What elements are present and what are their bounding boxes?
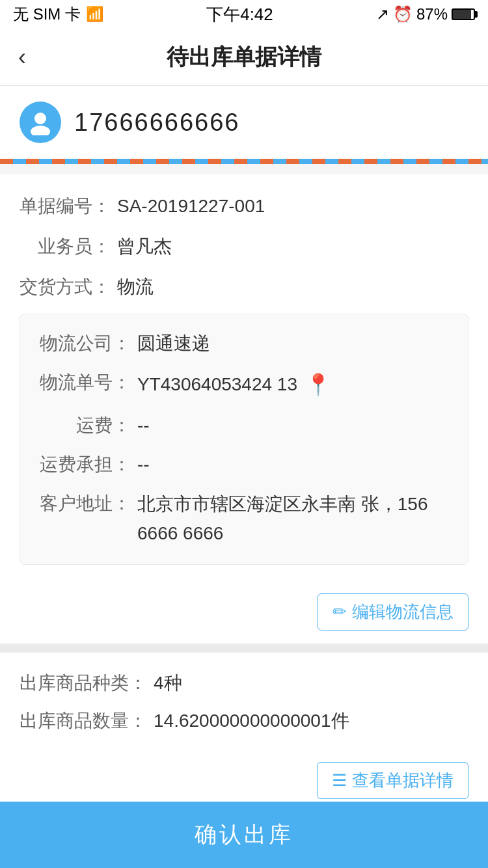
address-row: 客户地址： 北京市市辖区海淀区永丰南 张，156 6666 6666: [40, 490, 448, 549]
svg-point-0: [34, 113, 46, 124]
view-detail-button[interactable]: ☰ 查看单据详情: [317, 762, 468, 799]
goods-type-row: 出库商品种类： 4种: [20, 671, 468, 696]
order-info-section: 单据编号： SA-20191227-001 业务员： 曾凡杰 交货方式： 物流 …: [0, 174, 488, 583]
edit-logistics-label: 编辑物流信息: [352, 601, 454, 623]
alarm-icon: ⏰: [393, 5, 413, 23]
carrier-label: 无 SIM 卡: [13, 4, 81, 25]
view-detail-icon: ☰: [332, 770, 347, 791]
tracking-number-row: 物流单号： YT43064053424 13 📍: [40, 369, 448, 400]
freight-value: --: [131, 412, 448, 439]
status-left: 无 SIM 卡 📶: [13, 4, 103, 25]
goods-type-value: 4种: [147, 671, 182, 696]
status-bar: 无 SIM 卡 📶 下午4:42 ↗ ⏰ 87%: [0, 0, 488, 29]
sales-person-row: 业务员： 曾凡杰: [20, 233, 468, 260]
goods-quantity-value: 14.620000000000001件: [147, 709, 349, 733]
battery-icon: [452, 8, 475, 20]
freight-bearer-row: 运费承担： --: [40, 451, 448, 478]
freight-label: 运费：: [40, 412, 131, 439]
section-separator: [0, 644, 488, 653]
order-number-value: SA-20191227-001: [111, 193, 468, 220]
freight-row: 运费： --: [40, 412, 448, 439]
svg-point-1: [31, 126, 50, 135]
status-time: 下午4:42: [206, 3, 273, 26]
page-title: 待出库单据详情: [167, 42, 321, 72]
goods-quantity-label: 出库商品数量：: [20, 709, 147, 733]
nav-bar: ‹ 待出库单据详情: [0, 29, 488, 86]
goods-quantity-row: 出库商品数量： 14.620000000000001件: [20, 709, 468, 733]
goods-section: 出库商品种类： 4种 出库商品数量： 14.620000000000001件: [0, 653, 488, 752]
logistics-company-row: 物流公司： 圆通速递: [40, 330, 448, 357]
order-number-row: 单据编号： SA-20191227-001: [20, 193, 468, 220]
location-icon[interactable]: 📍: [305, 369, 331, 400]
goods-type-label: 出库商品种类：: [20, 671, 147, 696]
gps-icon: ↗: [376, 5, 389, 23]
back-button[interactable]: ‹: [18, 44, 26, 71]
address-label: 客户地址：: [40, 490, 131, 517]
freight-bearer-value: --: [131, 451, 448, 478]
customer-header: 17666666666: [0, 86, 488, 159]
dashed-divider: [0, 159, 488, 164]
avatar: [20, 102, 61, 143]
order-number-label: 单据编号：: [20, 193, 111, 220]
logistics-card: 物流公司： 圆通速递 物流单号： YT43064053424 13 📍 运费： …: [20, 314, 468, 565]
tracking-number-value: YT43064053424 13 📍: [131, 369, 448, 400]
wifi-icon: 📶: [86, 6, 103, 23]
customer-phone: 17666666666: [74, 109, 239, 137]
logistics-company-value: 圆通速递: [131, 330, 448, 357]
view-detail-label: 查看单据详情: [352, 769, 454, 792]
battery-label: 87%: [416, 5, 448, 23]
status-right: ↗ ⏰ 87%: [376, 5, 475, 23]
delivery-method-label: 交货方式：: [20, 273, 111, 301]
logistics-company-label: 物流公司：: [40, 330, 131, 357]
edit-logistics-button[interactable]: ✏ 编辑物流信息: [318, 593, 468, 631]
confirm-button[interactable]: 确认出库: [0, 802, 488, 868]
delivery-method-value: 物流: [111, 273, 468, 301]
confirm-button-label: 确认出库: [195, 820, 293, 850]
sales-person-value: 曾凡杰: [111, 233, 468, 260]
delivery-method-row: 交货方式： 物流: [20, 273, 468, 301]
edit-icon: ✏: [332, 602, 347, 622]
edit-btn-wrapper: ✏ 编辑物流信息: [0, 583, 488, 644]
tracking-number-label: 物流单号：: [40, 369, 131, 396]
address-value: 北京市市辖区海淀区永丰南 张，156 6666 6666: [131, 490, 448, 549]
sales-person-label: 业务员：: [20, 233, 111, 260]
freight-bearer-label: 运费承担：: [40, 451, 131, 478]
